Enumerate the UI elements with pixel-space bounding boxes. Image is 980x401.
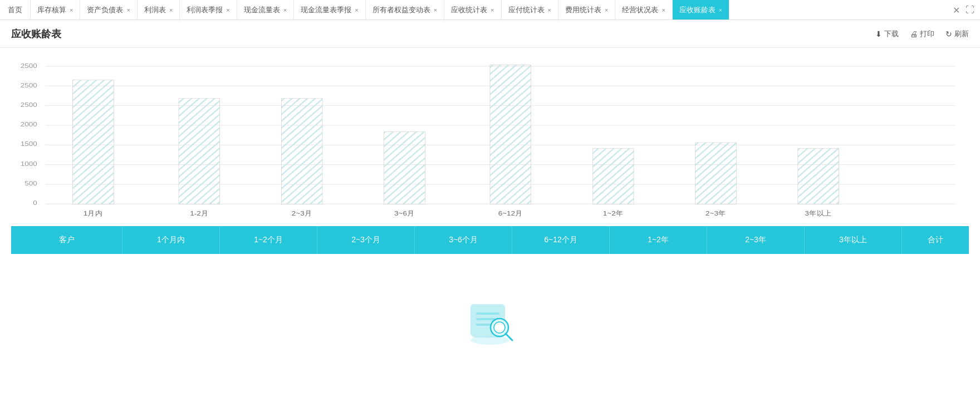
tab-close-equity[interactable]: × bbox=[434, 7, 437, 13]
tab-inventory[interactable]: 库存核算 × bbox=[31, 0, 80, 20]
minimize-button[interactable]: ✕ bbox=[953, 5, 960, 16]
tab-close-cashflow[interactable]: × bbox=[283, 7, 287, 13]
bar-chart: 2500 2500 2500 2000 1500 1000 500 0 bbox=[11, 59, 969, 226]
svg-point-38 bbox=[494, 322, 505, 333]
tab-equity[interactable]: 所有者权益变动表 × bbox=[366, 0, 444, 20]
refresh-button[interactable]: ↻ 刷新 bbox=[945, 29, 969, 39]
download-icon: ⬇ bbox=[875, 30, 882, 38]
tab-close-operation[interactable]: × bbox=[661, 7, 665, 13]
print-icon: 🖨 bbox=[910, 30, 918, 38]
tab-close-profit[interactable]: × bbox=[169, 7, 173, 13]
svg-text:6~12月: 6~12月 bbox=[498, 209, 523, 217]
tab-cashflow[interactable]: 现金流量表 × bbox=[237, 0, 294, 20]
tab-close-profit-quarterly[interactable]: × bbox=[226, 7, 229, 13]
col-total: 合计 bbox=[902, 226, 969, 254]
col-1month: 1个月内 bbox=[122, 226, 220, 254]
svg-point-40 bbox=[496, 324, 499, 327]
window-controls: ✕ ⛶ bbox=[947, 0, 980, 20]
svg-text:3~6月: 3~6月 bbox=[394, 209, 415, 217]
svg-text:1月内: 1月内 bbox=[84, 209, 103, 217]
svg-text:500: 500 bbox=[24, 180, 37, 187]
tab-close-inventory[interactable]: × bbox=[70, 7, 73, 13]
chart-area: 2500 2500 2500 2000 1500 1000 500 0 bbox=[11, 59, 969, 226]
svg-rect-22 bbox=[695, 143, 737, 204]
svg-text:0: 0 bbox=[33, 199, 37, 207]
col-3plus-year: 3年以上 bbox=[805, 226, 902, 254]
svg-text:2500: 2500 bbox=[21, 82, 37, 89]
tab-bar: 首页 库存核算 × 资产负债表 × 利润表 × 利润表季报 × 现金流量表 × … bbox=[0, 0, 980, 20]
page-title: 应收账龄表 bbox=[11, 27, 61, 41]
col-3-6month: 3~6个月 bbox=[415, 226, 512, 254]
tab-ap-stat[interactable]: 应付统计表 × bbox=[502, 0, 558, 20]
refresh-icon: ↻ bbox=[945, 30, 952, 38]
svg-text:1~2年: 1~2年 bbox=[603, 209, 624, 217]
tab-ar-aging[interactable]: 应收账龄表 × bbox=[673, 0, 729, 20]
svg-text:3年以上: 3年以上 bbox=[805, 209, 832, 217]
col-2-3year: 2~3年 bbox=[707, 226, 805, 254]
maximize-button[interactable]: ⛶ bbox=[966, 5, 974, 15]
col-6-12month: 6~12个月 bbox=[512, 226, 610, 254]
tab-close-ar-aging[interactable]: × bbox=[719, 7, 722, 13]
table-body bbox=[11, 254, 969, 371]
svg-rect-18 bbox=[281, 99, 322, 204]
empty-illustration bbox=[459, 287, 521, 349]
col-1-2year: 1~2年 bbox=[610, 226, 707, 254]
col-2-3month: 2~3个月 bbox=[317, 226, 415, 254]
svg-rect-17 bbox=[179, 99, 220, 204]
main-content: 2500 2500 2500 2000 1500 1000 500 0 bbox=[0, 48, 980, 401]
tab-balance[interactable]: 资产负债表 × bbox=[80, 0, 137, 20]
svg-text:2000: 2000 bbox=[21, 121, 37, 128]
tab-close-ap-stat[interactable]: × bbox=[548, 7, 551, 13]
svg-text:1-2月: 1-2月 bbox=[190, 209, 208, 217]
tab-profit-quarterly[interactable]: 利润表季报 × bbox=[180, 0, 237, 20]
download-button[interactable]: ⬇ 下载 bbox=[875, 29, 899, 39]
svg-rect-35 bbox=[476, 318, 496, 320]
print-button[interactable]: 🖨 打印 bbox=[910, 29, 934, 39]
tab-operation[interactable]: 经营状况表 × bbox=[615, 0, 672, 20]
tab-expense-stat[interactable]: 费用统计表 × bbox=[558, 0, 615, 20]
header-actions: ⬇ 下载 🖨 打印 ↻ 刷新 bbox=[875, 29, 969, 39]
svg-rect-20 bbox=[490, 65, 531, 204]
svg-text:2500: 2500 bbox=[21, 101, 37, 108]
svg-rect-16 bbox=[73, 80, 114, 204]
svg-rect-19 bbox=[384, 132, 425, 204]
svg-text:1000: 1000 bbox=[21, 160, 37, 168]
svg-rect-21 bbox=[592, 149, 634, 204]
tab-close-expense-stat[interactable]: × bbox=[605, 7, 608, 13]
tab-close-ar-stat[interactable]: × bbox=[491, 7, 494, 13]
svg-rect-34 bbox=[476, 312, 499, 315]
tab-home[interactable]: 首页 bbox=[0, 0, 31, 20]
tab-close-balance[interactable]: × bbox=[126, 7, 130, 13]
col-1-2month: 1~2个月 bbox=[220, 226, 317, 254]
table-header: 客户 1个月内 1~2个月 2~3个月 3~6个月 6~12个月 1~2年 2~… bbox=[11, 226, 969, 254]
svg-text:2~3月: 2~3月 bbox=[292, 209, 312, 217]
svg-text:1500: 1500 bbox=[21, 140, 37, 148]
tab-profit[interactable]: 利润表 × bbox=[138, 0, 180, 20]
tab-close-cashflow-quarterly[interactable]: × bbox=[355, 7, 358, 13]
tab-cashflow-quarterly[interactable]: 现金流量表季报 × bbox=[294, 0, 365, 20]
svg-text:2500: 2500 bbox=[21, 62, 37, 70]
page-header: 应收账龄表 ⬇ 下载 🖨 打印 ↻ 刷新 bbox=[0, 20, 980, 48]
svg-rect-23 bbox=[798, 149, 839, 204]
svg-text:2~3年: 2~3年 bbox=[705, 209, 726, 217]
empty-state bbox=[11, 254, 969, 371]
tab-ar-stat[interactable]: 应收统计表 × bbox=[444, 0, 501, 20]
col-customer: 客户 bbox=[11, 226, 122, 254]
